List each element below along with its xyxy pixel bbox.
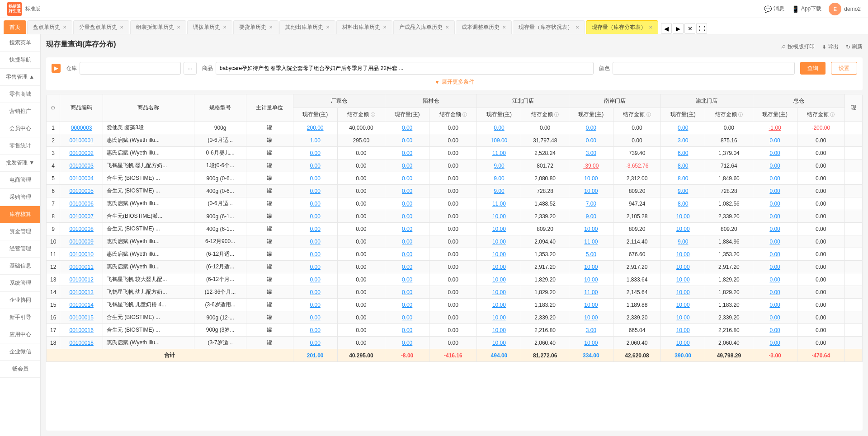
row-code[interactable]: 00100008 <box>60 223 103 235</box>
row-jiangbei-qty[interactable]: 10.00 <box>477 248 521 261</box>
row-jiangbei-qty[interactable]: 10.00 <box>477 299 521 311</box>
tab-xiancun-kuanghkuang[interactable]: 现存量（库存状况表） ✕ <box>513 20 585 34</box>
tab-prev-btn[interactable]: ◀ <box>661 23 672 34</box>
warehouse-dots-btn[interactable]: ··· <box>184 62 197 75</box>
row-jiangbei-qty[interactable]: 10.00 <box>477 223 521 235</box>
row-total-qty[interactable]: 0.00 <box>753 223 797 235</box>
sidebar-item-search[interactable]: 搜索英单 <box>0 34 40 52</box>
row-nanan-qty[interactable]: 10.00 <box>569 172 613 185</box>
row-mocun-qty[interactable]: 0.00 <box>385 223 429 235</box>
sidebar-item-member[interactable]: 会员中心 <box>0 120 40 137</box>
row-factory-qty[interactable]: 0.00 <box>293 311 337 324</box>
row-total-qty[interactable]: 0.00 <box>753 197 797 210</box>
row-mocun-qty[interactable]: 0.00 <box>385 134 429 147</box>
row-nanan-qty[interactable]: 11.00 <box>569 235 613 248</box>
tab-expand-btn[interactable]: ⛶ <box>696 23 707 34</box>
row-yubei-qty[interactable]: 10.00 <box>661 248 705 261</box>
row-total-qty[interactable]: 0.00 <box>753 299 797 311</box>
tab-fenpandian[interactable]: 分量盘点单历史 ✕ <box>73 20 129 34</box>
row-code[interactable]: 00100015 <box>60 311 103 324</box>
row-code[interactable]: 00100018 <box>60 337 103 349</box>
row-nanan-qty[interactable]: 10.00 <box>569 273 613 286</box>
row-total-qty[interactable]: -1.00 <box>753 122 797 134</box>
row-yubei-qty[interactable]: 8.00 <box>661 159 705 172</box>
tab-yaohuo[interactable]: 要货单历史 ✕ <box>233 20 278 34</box>
row-factory-qty[interactable]: 0.00 <box>293 223 337 235</box>
sidebar-item-purchase[interactable]: 采购管理 <box>0 189 40 206</box>
row-mocun-qty[interactable]: 0.00 <box>385 197 429 210</box>
row-total-qty[interactable]: 0.00 <box>753 286 797 299</box>
tab-chengben[interactable]: 成本调整单历史 ✕ <box>456 20 512 34</box>
sidebar-item-inventory[interactable]: 库存核算 <box>0 206 40 223</box>
row-factory-qty[interactable]: 0.00 <box>293 159 337 172</box>
footer-jiangbei-qty[interactable]: 494.00 <box>477 349 521 362</box>
tab-next-btn[interactable]: ▶ <box>673 23 684 34</box>
row-jiangbei-qty[interactable]: 10.00 <box>477 273 521 286</box>
sidebar-item-operation[interactable]: 经营管理 <box>0 240 40 258</box>
row-total-qty[interactable]: 0.00 <box>753 172 797 185</box>
row-code[interactable]: 00100006 <box>60 197 103 210</box>
row-nanan-qty[interactable]: -39.00 <box>569 159 613 172</box>
row-yubei-qty[interactable]: 10.00 <box>661 337 705 349</box>
row-nanan-qty[interactable]: 3.00 <box>569 147 613 159</box>
row-total-qty[interactable]: 0.00 <box>753 185 797 197</box>
row-jiangbei-qty[interactable]: 0.00 <box>477 122 521 134</box>
row-nanan-qty[interactable]: 10.00 <box>569 337 613 349</box>
sidebar-item-nav[interactable]: 快捷导航 <box>0 52 40 69</box>
row-total-qty[interactable]: 0.00 <box>753 210 797 223</box>
row-total-qty[interactable]: 0.00 <box>753 324 797 337</box>
refresh-btn[interactable]: ↻ 刷新 <box>846 43 863 51</box>
tab-pandian[interactable]: 盘点单历史 ✕ <box>27 20 72 34</box>
row-yubei-qty[interactable]: 6.00 <box>661 147 705 159</box>
sidebar-item-retail-mgmt[interactable]: 零售管理 ▲ <box>0 69 40 86</box>
row-code[interactable]: 00100004 <box>60 172 103 185</box>
row-nanan-qty[interactable]: 7.00 <box>569 197 613 210</box>
tab-xiancun-fenbu[interactable]: 现存量（库存分布表） ✕ <box>586 20 658 34</box>
color-input[interactable] <box>613 62 795 75</box>
row-mocun-qty[interactable]: 0.00 <box>385 172 429 185</box>
row-factory-qty[interactable]: 0.00 <box>293 286 337 299</box>
warehouse-input[interactable] <box>80 62 181 75</box>
row-jiangbei-qty[interactable]: 10.00 <box>477 324 521 337</box>
footer-yubei-qty[interactable]: 390.00 <box>661 349 705 362</box>
sidebar-item-basics[interactable]: 基础信息 <box>0 258 40 275</box>
settings-btn[interactable]: 设置 <box>831 62 857 75</box>
row-total-qty[interactable]: 0.00 <box>753 159 797 172</box>
row-code[interactable]: 00100011 <box>60 261 103 273</box>
expand-conditions[interactable]: ▼ 展开更多条件 <box>52 78 857 86</box>
row-nanan-qty[interactable]: 5.00 <box>569 248 613 261</box>
tab-diaoba[interactable]: 调拨单历史 ✕ <box>187 20 232 34</box>
row-code[interactable]: 00100012 <box>60 273 103 286</box>
row-total-qty[interactable]: 0.00 <box>753 337 797 349</box>
app-download-btn[interactable]: 📱 App下载 <box>792 5 821 13</box>
row-jiangbei-qty[interactable]: 9.00 <box>477 185 521 197</box>
row-yubei-qty[interactable]: 10.00 <box>661 311 705 324</box>
sidebar-item-system[interactable]: 系统管理 <box>0 275 40 292</box>
row-nanan-qty[interactable]: 0.00 <box>569 134 613 147</box>
row-factory-qty[interactable]: 0.00 <box>293 337 337 349</box>
row-mocun-qty[interactable]: 0.00 <box>385 273 429 286</box>
row-mocun-qty[interactable]: 0.00 <box>385 337 429 349</box>
sidebar-item-app-center[interactable]: 应用中心 <box>0 326 40 343</box>
row-mocun-qty[interactable]: 0.00 <box>385 147 429 159</box>
row-code[interactable]: 00100014 <box>60 299 103 311</box>
query-btn[interactable]: 查询 <box>800 62 826 75</box>
row-mocun-qty[interactable]: 0.00 <box>385 286 429 299</box>
close-icon[interactable]: ✕ <box>269 25 273 30</box>
close-icon[interactable]: ✕ <box>445 25 449 30</box>
sidebar-item-guide[interactable]: 新手引导 <box>0 309 40 326</box>
row-total-qty[interactable]: 0.00 <box>753 147 797 159</box>
sidebar-item-ecom[interactable]: 电商管理 <box>0 172 40 189</box>
row-total-qty[interactable]: 0.00 <box>753 235 797 248</box>
close-icon[interactable]: ✕ <box>120 25 123 30</box>
tab-home[interactable]: 首页 <box>4 20 26 34</box>
row-code[interactable]: 00100005 <box>60 185 103 197</box>
row-factory-qty[interactable]: 0.00 <box>293 185 337 197</box>
row-factory-qty[interactable]: 0.00 <box>293 147 337 159</box>
row-jiangbei-qty[interactable]: 10.00 <box>477 261 521 273</box>
goods-input[interactable] <box>216 62 594 75</box>
footer-mocun-qty[interactable]: -8.00 <box>385 349 429 362</box>
row-mocun-qty[interactable]: 0.00 <box>385 248 429 261</box>
row-total-qty[interactable]: 0.00 <box>753 261 797 273</box>
row-yubei-qty[interactable]: 10.00 <box>661 223 705 235</box>
